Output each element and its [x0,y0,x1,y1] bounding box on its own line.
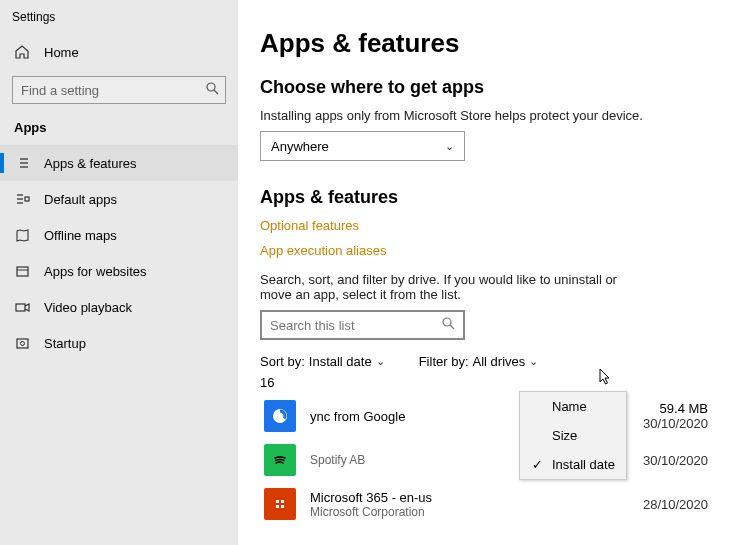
app-icon [264,488,296,520]
home-label: Home [44,45,79,60]
video-icon [14,299,30,315]
svg-rect-24 [276,505,279,508]
app-list: ync from Google 59.4 MB 30/10/2020 Spoti… [260,394,728,526]
sort-option-size[interactable]: Size [520,421,626,450]
svg-rect-25 [281,505,284,508]
startup-icon [14,335,30,351]
filter-value: All drives [473,354,526,369]
sort-value: Install date [309,354,372,369]
list-description: Search, sort, and filter by drive. If yo… [260,272,620,302]
search-icon [206,82,219,98]
app-icon [264,400,296,432]
filter-bar: Sort by: Install date ⌄ Filter by: All d… [260,354,728,369]
page-title: Apps & features [260,28,728,59]
app-date: 28/10/2020 [643,497,708,512]
map-icon [14,227,30,243]
sort-option-install-date[interactable]: ✓ Install date [520,450,626,479]
chevron-down-icon: ⌄ [529,355,538,368]
websites-icon [14,263,30,279]
svg-rect-14 [16,304,25,311]
option-label: Size [552,428,577,443]
app-publisher: Microsoft Corporation [310,505,606,519]
defaults-icon [14,191,30,207]
check-icon: ✓ [530,457,544,472]
svg-point-16 [20,341,24,345]
nav-label: Apps & features [44,156,137,171]
settings-search-input[interactable] [12,76,226,104]
window-title: Settings [0,8,238,36]
app-row[interactable]: Microsoft 365 - en-us Microsoft Corporat… [260,482,728,526]
sort-dropdown-menu: Name Size ✓ Install date [519,391,627,480]
nav-startup[interactable]: Startup [0,325,238,361]
home-icon [14,44,30,60]
svg-rect-23 [281,500,284,503]
nav-apps-for-websites[interactable]: Apps for websites [0,253,238,289]
nav-video-playback[interactable]: Video playback [0,289,238,325]
app-row[interactable]: ync from Google 59.4 MB 30/10/2020 [260,394,728,438]
svg-point-17 [443,318,451,326]
filter-label: Filter by: [419,354,469,369]
sort-by-dropdown[interactable]: Sort by: Install date ⌄ [260,354,385,369]
svg-point-0 [207,83,215,91]
optional-features-link[interactable]: Optional features [260,218,728,233]
option-label: Name [552,399,587,414]
category-heading: Apps [0,116,238,145]
search-placeholder-text: Search this list [270,318,355,333]
app-size: 59.4 MB [660,401,708,416]
app-count: 16 [260,375,728,390]
search-icon [442,317,455,333]
app-date: 30/10/2020 [643,453,708,468]
svg-rect-15 [17,339,28,348]
select-value: Anywhere [271,139,329,154]
svg-line-18 [450,325,454,329]
svg-line-1 [214,90,218,94]
nav-label: Video playback [44,300,132,315]
svg-rect-11 [25,197,29,201]
svg-rect-12 [17,267,28,276]
app-list-search[interactable]: Search this list [260,310,465,340]
nav-label: Apps for websites [44,264,147,279]
nav-default-apps[interactable]: Default apps [0,181,238,217]
source-description: Installing apps only from Microsoft Stor… [260,108,728,123]
nav-apps-features[interactable]: Apps & features [0,145,238,181]
app-date: 30/10/2020 [643,416,708,431]
app-row[interactable]: Spotify AB 30/10/2020 [260,438,728,482]
app-icon [264,444,296,476]
sort-option-name[interactable]: Name [520,392,626,421]
nav-label: Offline maps [44,228,117,243]
nav-label: Default apps [44,192,117,207]
nav-offline-maps[interactable]: Offline maps [0,217,238,253]
sidebar: Settings Home Apps Apps & features Defau… [0,0,238,545]
source-heading: Choose where to get apps [260,77,728,98]
svg-rect-22 [276,500,279,503]
chevron-down-icon: ⌄ [445,140,454,153]
section-heading: Apps & features [260,187,728,208]
app-execution-aliases-link[interactable]: App execution aliases [260,243,728,258]
sort-label: Sort by: [260,354,305,369]
nav-label: Startup [44,336,86,351]
chevron-down-icon: ⌄ [376,355,385,368]
filter-by-dropdown[interactable]: Filter by: All drives ⌄ [419,354,539,369]
option-label: Install date [552,457,615,472]
settings-search[interactable] [12,76,226,104]
main-content: Apps & features Choose where to get apps… [238,0,750,545]
list-icon [14,155,30,171]
app-name: Microsoft 365 - en-us [310,490,606,505]
home-button[interactable]: Home [0,36,238,68]
app-source-select[interactable]: Anywhere ⌄ [260,131,465,161]
svg-rect-21 [274,498,286,510]
